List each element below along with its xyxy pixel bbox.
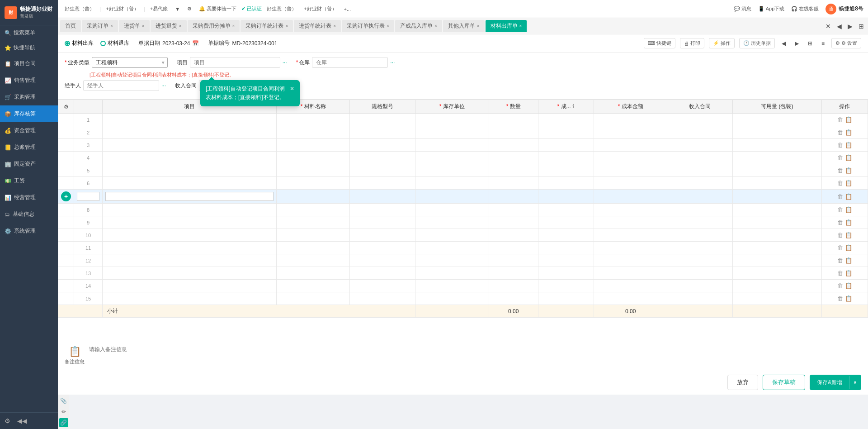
- topbar-link-good-biz2[interactable]: 好生意（普）: [264, 5, 299, 13]
- row-8-cost-amount[interactable]: [594, 204, 667, 216]
- row-15-material[interactable]: [276, 292, 349, 305]
- topbar-link-ellipsis[interactable]: +...: [342, 5, 354, 13]
- row-9-spec[interactable]: [350, 216, 415, 229]
- right-panel-edit-btn[interactable]: ✏: [59, 407, 68, 416]
- row-11-available[interactable]: [733, 242, 822, 254]
- tab-material-out[interactable]: 材料出库单 ×: [486, 20, 527, 32]
- row-15-spec[interactable]: [350, 292, 415, 305]
- row-2-delete-icon[interactable]: 🗑: [837, 129, 843, 136]
- radio-material-out[interactable]: 材料出库: [65, 39, 94, 47]
- row-6-income-contract[interactable]: [667, 177, 733, 190]
- row-13-income-contract[interactable]: [667, 267, 733, 280]
- row-1-copy-icon[interactable]: 📋: [845, 116, 852, 123]
- row-5-available[interactable]: [733, 164, 822, 177]
- row-7-available[interactable]: [733, 190, 822, 204]
- sidebar-item-salary[interactable]: 💵 工资: [0, 172, 58, 189]
- row-13-available[interactable]: [733, 267, 822, 280]
- row-11-cost[interactable]: [538, 242, 594, 254]
- sidebar-item-system[interactable]: ⚙️ 系统管理: [0, 223, 58, 239]
- business-type-input[interactable]: [92, 57, 168, 68]
- row-3-copy-icon[interactable]: 📋: [845, 142, 852, 148]
- row-13-warehouse[interactable]: [415, 267, 489, 280]
- row-10-spec[interactable]: [350, 229, 415, 242]
- right-panel-attachment-btn[interactable]: 📎: [59, 396, 68, 405]
- tab-purchase-exec[interactable]: 采购订单执行表 ×: [342, 20, 394, 32]
- tab-close-all-btn[interactable]: ✕: [824, 22, 833, 31]
- row-14-delete-icon[interactable]: 🗑: [837, 282, 843, 289]
- row-9-copy-icon[interactable]: 📋: [845, 219, 852, 226]
- topbar-link-good-biz[interactable]: 好生意（普）: [62, 5, 97, 13]
- tab-nav-left-btn[interactable]: ◀: [835, 22, 844, 31]
- row-4-delete-icon[interactable]: 🗑: [837, 154, 843, 161]
- row-15-delete-icon[interactable]: 🗑: [837, 295, 843, 302]
- row-10-delete-icon[interactable]: 🗑: [837, 232, 843, 238]
- row-14-quantity[interactable]: [489, 280, 538, 292]
- project-more-icon[interactable]: ···: [283, 59, 287, 66]
- row-3-cost-amount[interactable]: [594, 139, 667, 152]
- row-14-copy-icon[interactable]: 📋: [845, 282, 852, 289]
- right-panel-link-btn[interactable]: 🔗: [59, 418, 68, 427]
- row-5-warehouse[interactable]: [415, 164, 489, 177]
- row-14-available[interactable]: [733, 280, 822, 292]
- row-7-warehouse[interactable]: [415, 190, 489, 204]
- topbar-link-plus-profit[interactable]: +好业财（普）: [104, 5, 141, 13]
- row-4-copy-icon[interactable]: 📋: [845, 154, 852, 161]
- sidebar-item-project[interactable]: 📋 项目合同: [0, 55, 58, 72]
- sidebar-collapse-icon[interactable]: ◀◀: [17, 417, 27, 424]
- tab-goods-in[interactable]: 进货单 ×: [119, 20, 150, 32]
- row-10-copy-icon[interactable]: 📋: [845, 232, 852, 238]
- history-btn[interactable]: 🕐 历史单据: [739, 38, 775, 48]
- grid-layout-btn[interactable]: ⊞: [806, 39, 815, 48]
- sidebar-item-basic[interactable]: 🗂 基础信息: [0, 206, 58, 223]
- row-9-cost[interactable]: [538, 216, 594, 229]
- sidebar-item-operation[interactable]: 📊 经营管理: [0, 189, 58, 206]
- shortcut-btn[interactable]: ⌨ 快捷键: [644, 38, 675, 48]
- row-3-warehouse[interactable]: [415, 139, 489, 152]
- row-13-cost[interactable]: [538, 267, 594, 280]
- warehouse-more-icon[interactable]: ···: [390, 59, 395, 66]
- row-2-income-contract[interactable]: [667, 126, 733, 139]
- row-15-quantity[interactable]: [489, 292, 538, 305]
- tab-purchase-order[interactable]: 采购订单 ×: [82, 20, 118, 32]
- row-2-quantity[interactable]: [489, 126, 538, 139]
- row-11-spec[interactable]: [350, 242, 415, 254]
- row-4-quantity[interactable]: [489, 152, 538, 164]
- row-11-material[interactable]: [276, 242, 349, 254]
- sidebar-settings-icon[interactable]: ⚙: [5, 417, 10, 424]
- tab-purchase-expense-close[interactable]: ×: [232, 24, 235, 29]
- list-layout-btn[interactable]: ≡: [819, 39, 827, 48]
- tab-purchase-expense[interactable]: 采购费用分摊单 ×: [188, 20, 240, 32]
- row-13-delete-icon[interactable]: 🗑: [837, 270, 843, 276]
- row-2-spec[interactable]: [350, 126, 415, 139]
- row-6-project[interactable]: [103, 177, 277, 190]
- row-9-delete-icon[interactable]: 🗑: [837, 219, 843, 226]
- tab-goods-return-close[interactable]: ×: [179, 24, 182, 29]
- row-10-available[interactable]: [733, 229, 822, 242]
- row-5-project[interactable]: [103, 164, 277, 177]
- row-12-copy-icon[interactable]: 📋: [845, 257, 852, 264]
- row-6-copy-icon[interactable]: 📋: [845, 180, 852, 186]
- row-9-cost-amount[interactable]: [594, 216, 667, 229]
- row-10-income-contract[interactable]: [667, 229, 733, 242]
- row-12-warehouse[interactable]: [415, 254, 489, 267]
- sidebar-item-ledger[interactable]: 📒 总账管理: [0, 139, 58, 156]
- save-draft-button[interactable]: 保存草稿: [763, 375, 805, 390]
- sidebar-item-finance[interactable]: 💰 资金管理: [0, 122, 58, 139]
- nav-prev-btn[interactable]: ◀: [779, 39, 788, 48]
- tab-goods-in-close[interactable]: ×: [142, 24, 145, 29]
- sidebar-search[interactable]: 🔍 搜索菜单: [0, 25, 58, 40]
- row-12-project[interactable]: [103, 254, 277, 267]
- row-9-income-contract[interactable]: [667, 216, 733, 229]
- row-1-income-contract[interactable]: [667, 114, 733, 126]
- sidebar-item-fixed[interactable]: 🏢 固定资产: [0, 156, 58, 172]
- row-12-material[interactable]: [276, 254, 349, 267]
- row-4-cost-amount[interactable]: [594, 152, 667, 164]
- row-4-available[interactable]: [733, 152, 822, 164]
- row-7-income-contract[interactable]: [667, 190, 733, 204]
- tab-purchase-stat[interactable]: 采购订单统计表 ×: [241, 20, 293, 32]
- row-3-available[interactable]: [733, 139, 822, 152]
- row-11-quantity[interactable]: [489, 242, 538, 254]
- row-7-cost[interactable]: [538, 190, 594, 204]
- row-7-project[interactable]: [103, 190, 277, 204]
- row-2-warehouse[interactable]: [415, 126, 489, 139]
